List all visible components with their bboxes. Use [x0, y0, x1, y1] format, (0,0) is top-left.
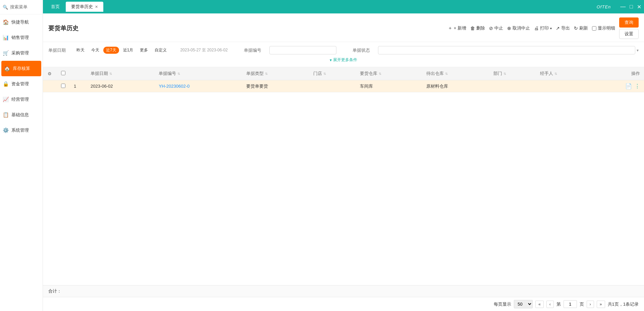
- page-label: 第: [556, 301, 561, 307]
- per-page-select[interactable]: 102050100: [514, 300, 533, 308]
- operations-icon: 📈: [3, 96, 9, 102]
- window-minimize-icon[interactable]: —: [620, 4, 626, 10]
- expand-button[interactable]: ▾ 展开更多条件: [330, 57, 357, 63]
- delete-button[interactable]: 🗑 删除: [470, 25, 485, 31]
- th-doc-type: 单据类型⇅: [242, 67, 309, 80]
- th-req-warehouse: 要货仓库⇅: [356, 67, 422, 80]
- date-btn-近1月[interactable]: 近1月: [120, 47, 136, 54]
- sort-doc-date-icon[interactable]: ⇅: [109, 72, 112, 76]
- tab-bar: 首页要货单历史✕ OfTEn — □ ✕: [43, 0, 644, 13]
- sidebar-label-basic: 基础信息: [11, 112, 29, 118]
- date-btn-近7天[interactable]: 近7天: [103, 47, 119, 54]
- row-settings-0: [43, 80, 56, 92]
- sidebar-item-sales[interactable]: 📊销售管理: [0, 30, 43, 45]
- sort-req-warehouse-icon[interactable]: ⇅: [379, 72, 381, 76]
- sidebar-item-finance[interactable]: 🔒资金管理: [0, 76, 43, 92]
- window-maximize-icon[interactable]: □: [630, 4, 633, 10]
- status-dropdown-icon[interactable]: ▾: [637, 48, 639, 53]
- last-page-button[interactable]: »: [597, 301, 605, 308]
- table-footer: 合计：: [43, 285, 644, 297]
- th-check[interactable]: [56, 67, 70, 80]
- table-container: ⚙ 单据日期⇅ 单据编号⇅ 单据类型⇅ 门店⇅: [43, 67, 644, 285]
- display-detail-checkbox[interactable]: [592, 26, 596, 31]
- date-btn-昨天[interactable]: 昨天: [74, 47, 87, 54]
- table-row: 1 2023-06-02 YH-20230602-0 要货单要货 车间库 原材料…: [43, 80, 644, 92]
- row-edit-icon-0[interactable]: 📄: [625, 83, 632, 89]
- doc-no-link-0[interactable]: YH-20230602-0: [159, 84, 190, 89]
- delete-icon: 🗑: [470, 26, 475, 31]
- stop-button[interactable]: ⊘ 中止: [489, 25, 503, 31]
- next-page-button[interactable]: ›: [587, 301, 594, 308]
- filter-row-1: 单据日期 昨天今天近7天近1月更多自定义 2023-05-27 至 2023-0…: [48, 46, 639, 54]
- page-header: 要货单历史 ＋ + 新增 🗑 删除 ⊘ 中止 ⊗ 取消中止: [43, 13, 644, 42]
- sidebar-item-purchase[interactable]: 🛒采购管理: [0, 45, 43, 61]
- first-page-button[interactable]: «: [535, 301, 544, 308]
- sidebar-label-finance: 资金管理: [11, 81, 29, 87]
- date-btn-更多[interactable]: 更多: [137, 47, 151, 54]
- sidebar-item-quick-nav[interactable]: 🏠快捷导航: [0, 14, 43, 30]
- sort-doc-no-icon[interactable]: ⇅: [177, 72, 180, 76]
- content-area: 要货单历史 ＋ + 新增 🗑 删除 ⊘ 中止 ⊗ 取消中止: [43, 13, 644, 311]
- purchase-icon: 🛒: [3, 50, 9, 56]
- tab-0[interactable]: 首页: [46, 2, 65, 12]
- window-close-icon[interactable]: ✕: [637, 4, 641, 10]
- sidebar-item-inventory[interactable]: 🏠库存核算: [1, 61, 41, 76]
- sidebar-item-operations[interactable]: 📈经营管理: [0, 92, 43, 107]
- filter-area: 单据日期 昨天今天近7天近1月更多自定义 2023-05-27 至 2023-0…: [43, 42, 644, 67]
- sort-doc-type-icon[interactable]: ⇅: [265, 72, 268, 76]
- system-icon: ⚙️: [3, 127, 9, 133]
- th-settings[interactable]: ⚙: [43, 67, 56, 80]
- stop-icon: ⊘: [489, 26, 493, 31]
- sidebar-label-sales: 销售管理: [11, 35, 29, 41]
- row-checkbox-0[interactable]: [61, 84, 65, 88]
- row-req-warehouse-0: 车间库: [356, 80, 422, 92]
- sort-handler-icon[interactable]: ⇅: [554, 72, 557, 76]
- prev-page-button[interactable]: ‹: [546, 301, 554, 308]
- print-button[interactable]: 🖨 打印 ▾: [534, 25, 552, 31]
- table-header-row: ⚙ 单据日期⇅ 单据编号⇅ 单据类型⇅ 门店⇅: [43, 67, 644, 80]
- status-input[interactable]: [378, 46, 635, 54]
- sidebar-search-label: 搜索菜单: [10, 4, 28, 10]
- pagination-bar: 每页显示 102050100 « ‹ 第 页 › » 共1页，1条记录: [43, 297, 644, 311]
- sidebar-item-system[interactable]: ⚙️系统管理: [0, 123, 43, 138]
- sidebar: 🔍 搜索菜单 🏠快捷导航📊销售管理🛒采购管理🏠库存核算🔒资金管理📈经营管理📋基础…: [0, 0, 43, 311]
- sort-store-icon[interactable]: ⇅: [323, 72, 326, 76]
- sidebar-search[interactable]: 🔍 搜索菜单: [0, 0, 43, 14]
- query-button[interactable]: 查询: [619, 17, 639, 28]
- per-page-label: 每页显示: [494, 301, 511, 307]
- current-page-input[interactable]: [564, 300, 577, 308]
- main-area: 首页要货单历史✕ OfTEn — □ ✕ 要货单历史 ＋ + 新增 🗑 删除: [43, 0, 644, 311]
- date-btn-今天[interactable]: 今天: [89, 47, 102, 54]
- select-all-checkbox[interactable]: [61, 71, 65, 75]
- new-button[interactable]: ＋ + 新增: [448, 25, 466, 31]
- row-check-0[interactable]: [56, 80, 70, 92]
- row-more-icon-0[interactable]: ⋮: [635, 83, 640, 89]
- th-doc-date: 单据日期⇅: [87, 67, 155, 80]
- tab-1[interactable]: 要货单历史✕: [66, 2, 103, 12]
- expand-row: ▾ 展开更多条件: [48, 57, 639, 63]
- sidebar-label-inventory: 库存核算: [13, 65, 30, 72]
- cancel-stop-icon: ⊗: [507, 26, 511, 31]
- inventory-icon: 🏠: [4, 65, 10, 72]
- th-department: 部门⇅: [489, 67, 536, 80]
- date-buttons: 昨天今天近7天近1月更多自定义: [74, 47, 169, 54]
- doc-no-label: 单据编号: [244, 47, 261, 53]
- th-no: [70, 67, 87, 80]
- cancel-stop-button[interactable]: ⊗ 取消中止: [507, 25, 530, 31]
- settings-button[interactable]: 设置: [619, 29, 639, 39]
- sidebar-label-system: 系统管理: [11, 127, 29, 133]
- refresh-button[interactable]: ↻ 刷新: [574, 25, 588, 31]
- sort-pending-warehouse-icon[interactable]: ⇅: [445, 72, 448, 76]
- sort-department-icon[interactable]: ⇅: [503, 72, 506, 76]
- export-button[interactable]: ↗ 导出: [556, 25, 570, 31]
- sidebar-label-purchase: 采购管理: [11, 50, 29, 56]
- date-btn-自定义[interactable]: 自定义: [152, 47, 169, 54]
- sidebar-item-basic[interactable]: 📋基础信息: [0, 107, 43, 123]
- display-detail-toggle[interactable]: 显示明细: [592, 25, 615, 31]
- tab-close-1[interactable]: ✕: [95, 5, 98, 9]
- doc-no-input[interactable]: [269, 46, 336, 54]
- total-info: 共1页，1条记录: [608, 301, 639, 307]
- row-handler-0: [536, 80, 593, 92]
- row-doc-no-0[interactable]: YH-20230602-0: [155, 80, 242, 92]
- row-no-0: 1: [70, 80, 87, 92]
